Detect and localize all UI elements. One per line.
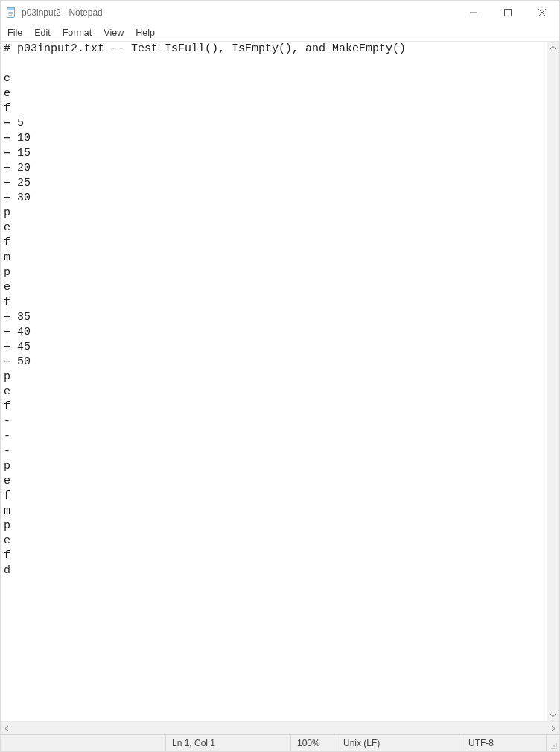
text-editor[interactable]: # p03input2.txt -- Test IsFull(), IsEmpt… xyxy=(1,42,547,721)
notepad-app-icon xyxy=(5,7,17,19)
notepad-window: p03input2 - Notepad File Edit Format Vie… xyxy=(0,0,560,752)
svg-point-12 xyxy=(551,748,553,749)
statusbar: Ln 1, Col 1 100% Unix (LF) UTF-8 xyxy=(1,734,559,751)
maximize-button[interactable] xyxy=(491,1,525,25)
svg-point-11 xyxy=(556,745,557,747)
editor-area: # p03input2.txt -- Test IsFull(), IsEmpt… xyxy=(1,41,559,721)
menu-format[interactable]: Format xyxy=(57,26,98,40)
scroll-up-icon[interactable] xyxy=(548,43,558,53)
menu-view[interactable]: View xyxy=(98,26,129,40)
svg-point-14 xyxy=(556,743,557,745)
menubar: File Edit Format View Help xyxy=(1,25,559,41)
maximize-icon xyxy=(504,9,512,16)
svg-point-13 xyxy=(553,745,555,747)
minimize-icon xyxy=(470,9,477,16)
resize-grip-icon xyxy=(549,741,558,750)
svg-point-9 xyxy=(556,748,557,749)
horizontal-scrollbar[interactable] xyxy=(1,721,559,734)
menu-edit[interactable]: Edit xyxy=(29,26,56,40)
status-encoding: UTF-8 xyxy=(462,735,546,751)
window-title: p03input2 - Notepad xyxy=(22,7,103,18)
status-line-ending: Unix (LF) xyxy=(337,735,462,751)
svg-point-10 xyxy=(553,748,555,749)
close-icon xyxy=(538,9,546,16)
status-empty xyxy=(1,735,165,751)
status-zoom: 100% xyxy=(290,735,337,751)
vertical-scrollbar[interactable] xyxy=(547,42,559,721)
status-position: Ln 1, Col 1 xyxy=(165,735,290,751)
svg-rect-1 xyxy=(7,8,15,10)
titlebar: p03input2 - Notepad xyxy=(1,1,559,25)
close-button[interactable] xyxy=(525,1,559,25)
svg-rect-6 xyxy=(505,10,512,16)
menu-help[interactable]: Help xyxy=(130,26,160,40)
resize-grip[interactable] xyxy=(546,735,559,751)
scroll-down-icon[interactable] xyxy=(548,710,558,720)
menu-file[interactable]: File xyxy=(2,26,28,40)
scroll-right-icon[interactable] xyxy=(548,724,558,733)
minimize-button[interactable] xyxy=(456,1,491,25)
scroll-left-icon[interactable] xyxy=(2,724,12,733)
